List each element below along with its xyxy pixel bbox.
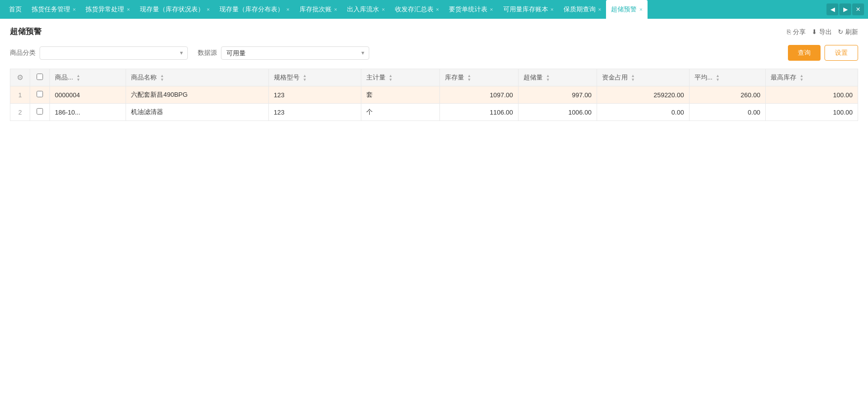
col-header-unit[interactable]: 主计量 ▲▼ (361, 69, 439, 86)
row-checkbox-0[interactable] (37, 91, 43, 97)
export-icon: ⬇ (812, 28, 817, 36)
category-filter: 商品分类 ▾ (10, 46, 188, 60)
nav-stock-dist[interactable]: 现存量（库存分布表） × (215, 0, 294, 19)
datasource-select[interactable]: 可用量 库存量 (221, 46, 369, 60)
nav-close-btn[interactable]: ✕ (852, 3, 864, 15)
col-header-spec[interactable]: 规格型号 ▲▼ (268, 69, 361, 86)
cell-checkbox-1[interactable] (30, 104, 50, 121)
close-tab-batch[interactable]: × (334, 6, 337, 12)
close-tab-summary[interactable]: × (436, 6, 439, 12)
cell-stock-1: 1106.00 (439, 104, 518, 121)
nav-overstock[interactable]: 超储预警 × (606, 0, 647, 19)
cell-capital-0: 259220.00 (597, 86, 689, 104)
sort-arrows-unit: ▲▼ (389, 74, 392, 82)
share-icon: ⎘ (787, 28, 791, 36)
col-label-overstock: 超储量 (523, 74, 543, 81)
close-tab-available[interactable]: × (551, 6, 554, 12)
row-checkbox-1[interactable] (37, 108, 43, 115)
nav-batch[interactable]: 库存批次账 × (295, 0, 342, 19)
cell-unit-1: 个 (361, 104, 439, 121)
sort-arrows-stock: ▲▼ (467, 74, 471, 82)
col-header-settings[interactable]: ⚙ (10, 69, 30, 86)
close-tab-exception[interactable]: × (127, 6, 130, 12)
cell-max-stock-1: 100.00 (766, 104, 858, 121)
nav-stock-status[interactable]: 现存量（库存状况表） × (135, 0, 215, 19)
col-header-product-name[interactable]: 商品名称 ▲▼ (126, 69, 268, 86)
sort-arrows-max-stock: ▲▼ (800, 74, 804, 82)
action-buttons: 查询 设置 (788, 45, 858, 61)
share-button[interactable]: ⎘ 分享 (787, 28, 806, 37)
nav-next-btn[interactable]: ▶ (839, 3, 851, 15)
close-tab-expiry[interactable]: × (598, 6, 601, 12)
datasource-select-wrapper: 可用量 库存量 ▾ (221, 46, 369, 60)
cell-spec-0: 123 (268, 86, 361, 104)
col-label-spec: 规格型号 (274, 74, 300, 81)
close-tab-stock-status[interactable]: × (207, 6, 210, 12)
refresh-icon: ↻ (838, 28, 843, 36)
cell-product-code-1: 186-10... (50, 104, 126, 121)
col-header-product-code[interactable]: 商品... ▲▼ (50, 69, 126, 86)
cell-index-0: 1 (10, 86, 30, 104)
col-label-capital: 资金占用 (602, 74, 628, 81)
col-header-overstock[interactable]: 超储量 ▲▼ (518, 69, 597, 86)
table-header-row: ⚙ 商品... ▲▼ 商品名称 ▲▼ 规格型号 ▲▼ 主计 (10, 69, 858, 86)
cell-product-code-0: 0000004 (50, 86, 126, 104)
header-actions: ⎘ 分享 ⬇ 导出 ↻ 刷新 (787, 28, 858, 37)
datasource-filter: 数据源 可用量 库存量 ▾ (198, 46, 369, 60)
nav-home[interactable]: 首页 (4, 0, 27, 19)
settings-gear-icon[interactable]: ⚙ (17, 73, 23, 81)
nav-summary[interactable]: 收发存汇总表 × (390, 0, 444, 19)
col-label-product-code: 商品... (55, 74, 73, 81)
cell-overstock-0: 997.00 (518, 86, 597, 104)
category-select[interactable] (40, 46, 188, 60)
nav-expiry[interactable]: 保质期查询 × (559, 0, 606, 19)
col-header-avg[interactable]: 平均... ▲▼ (689, 69, 765, 86)
settings-button[interactable]: 设置 (825, 45, 858, 61)
category-label: 商品分类 (10, 48, 36, 57)
top-navigation: 首页 拣货任务管理 × 拣货异常处理 × 现存量（库存状况表） × 现存量（库存… (0, 0, 868, 19)
close-tab-stock-dist[interactable]: × (286, 6, 289, 12)
refresh-button[interactable]: ↻ 刷新 (838, 28, 858, 37)
nav-available[interactable]: 可用量库存账本 × (498, 0, 559, 19)
cell-avg-1: 0.00 (689, 104, 765, 121)
cell-spec-1: 123 (268, 104, 361, 121)
category-select-wrapper: ▾ (40, 46, 188, 60)
cell-unit-0: 套 (361, 86, 439, 104)
col-label-avg: 平均... (694, 74, 713, 81)
export-button[interactable]: ⬇ 导出 (812, 28, 832, 37)
filter-row: 商品分类 ▾ 数据源 可用量 库存量 ▾ 查询 设置 (10, 45, 858, 61)
select-all-checkbox[interactable] (37, 74, 43, 80)
close-tab-order-stats[interactable]: × (490, 6, 493, 12)
nav-flow[interactable]: 出入库流水 × (342, 0, 390, 19)
col-label-stock: 库存量 (445, 74, 464, 81)
sort-arrows-overstock: ▲▼ (546, 74, 550, 82)
cell-index-1: 2 (10, 104, 30, 121)
close-tab-overstock[interactable]: × (639, 6, 642, 12)
col-header-capital[interactable]: 资金占用 ▲▼ (597, 69, 689, 86)
col-label-product-name: 商品名称 (131, 74, 157, 81)
cell-capital-1: 0.00 (597, 104, 689, 121)
nav-prev-btn[interactable]: ◀ (826, 3, 838, 15)
close-tab-task-mgmt[interactable]: × (73, 6, 76, 12)
close-tab-flow[interactable]: × (382, 6, 385, 12)
sort-arrows-spec: ▲▼ (303, 74, 306, 82)
page-header: 超储预警 ⎘ 分享 ⬇ 导出 ↻ 刷新 (10, 27, 858, 37)
col-label-max-stock: 最高库存 (771, 74, 796, 81)
page-title: 超储预警 (10, 27, 42, 37)
cell-checkbox-0[interactable] (30, 86, 50, 104)
nav-exception[interactable]: 拣货异常处理 × (81, 0, 134, 19)
query-button[interactable]: 查询 (788, 45, 821, 61)
col-header-stock[interactable]: 库存量 ▲▼ (439, 69, 518, 86)
nav-arrow-group: ◀ ▶ ✕ (826, 3, 864, 15)
col-header-max-stock[interactable]: 最高库存 ▲▼ (766, 69, 858, 86)
cell-stock-0: 1097.00 (439, 86, 518, 104)
page-content: 超储预警 ⎘ 分享 ⬇ 导出 ↻ 刷新 商品分类 ▾ (0, 19, 868, 395)
data-table: ⚙ 商品... ▲▼ 商品名称 ▲▼ 规格型号 ▲▼ 主计 (10, 69, 858, 121)
cell-overstock-1: 1006.00 (518, 104, 597, 121)
sort-arrows-product-code: ▲▼ (76, 74, 80, 82)
nav-order-stats[interactable]: 要货单统计表 × (444, 0, 498, 19)
sort-arrows-capital: ▲▼ (631, 74, 635, 82)
col-header-checkbox[interactable] (30, 69, 50, 86)
nav-task-mgmt[interactable]: 拣货任务管理 × (27, 0, 81, 19)
cell-product-name-0: 六配套新昌490BPG (126, 86, 268, 104)
